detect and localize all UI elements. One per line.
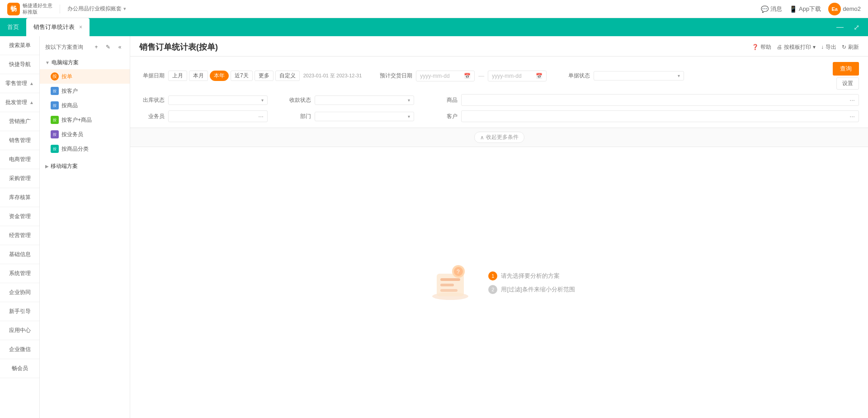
- plan-item-by-cust-prod[interactable]: 按 按客户+商品: [40, 113, 130, 127]
- user-area[interactable]: Ea demo2: [828, 3, 861, 15]
- sidebar-item-app-center[interactable]: 应用中心: [0, 321, 39, 340]
- filter-area: 单据日期 上月 本月 本年 近7天 更多 自定义 2023-01-01 至 20…: [130, 57, 868, 128]
- export-btn[interactable]: ↓ 导出: [821, 43, 836, 51]
- empty-illustration: ?: [423, 256, 477, 310]
- salesperson-ellipsis: ···: [258, 113, 264, 120]
- settings-button[interactable]: 设置: [836, 77, 859, 90]
- top-bar-right: 💬 消息 📱 App下载 Ea demo2: [761, 3, 861, 15]
- pc-group-arrow-icon: ▼: [45, 60, 50, 65]
- sidebar-item-finance[interactable]: 资金管理: [0, 207, 39, 226]
- payment-status-label: 收款状态: [286, 96, 311, 104]
- date-btn-this-year[interactable]: 本年: [210, 71, 229, 81]
- product-ellipsis: ···: [849, 96, 855, 104]
- sidebar-item-search-menu[interactable]: 搜索菜单: [0, 36, 39, 55]
- sidebar-item-marketing[interactable]: 营销推广: [0, 112, 39, 131]
- phone-icon: 📱: [789, 5, 797, 13]
- refresh-icon: ↻: [842, 44, 846, 50]
- plan-item-by-category[interactable]: 按 按商品分类: [40, 142, 130, 156]
- collapse-bar: ∧ 收起更多条件: [130, 128, 868, 147]
- department-arrow: ▾: [408, 114, 410, 119]
- svg-rect-3: [440, 284, 454, 286]
- sidebar-item-inventory[interactable]: 库存核算: [0, 188, 39, 207]
- payment-status-select[interactable]: ▾: [315, 95, 414, 105]
- tab-home[interactable]: 首页: [0, 18, 26, 36]
- add-plan-btn[interactable]: +: [92, 43, 101, 52]
- edit-plan-btn[interactable]: ✎: [104, 43, 113, 52]
- date-dash: —: [478, 72, 484, 79]
- print-btn[interactable]: 🖨 按模板打印 ▾: [777, 43, 816, 51]
- filter-status-section: 单据状态 ▾: [565, 71, 820, 81]
- delivery-status-label: 出库状态: [139, 96, 165, 104]
- filter-salesperson-section: 业务员 ···: [139, 110, 268, 122]
- delivery-status-select[interactable]: ▾: [168, 95, 268, 105]
- sidebar-item-system[interactable]: 系统管理: [0, 264, 39, 283]
- sidebar-item-enterprise[interactable]: 企业协同: [0, 283, 39, 302]
- salesperson-input[interactable]: ···: [168, 110, 268, 122]
- date-range-text: 2023-01-01 至 2023-12-31: [303, 72, 362, 79]
- page-title: 销售订单统计表(按单): [139, 42, 218, 52]
- status-select[interactable]: ▾: [594, 71, 684, 81]
- breadcrumb[interactable]: 办公用品行业模拟账套 ▾: [67, 5, 126, 13]
- page-header-actions: ❓ 帮助 🖨 按模板打印 ▾ ↓ 导出 ↻ 刷新: [752, 43, 859, 51]
- expected-date-label: 预计交货日期: [380, 72, 412, 80]
- product-input[interactable]: ···: [461, 94, 859, 106]
- date-btn-custom[interactable]: 自定义: [275, 71, 300, 81]
- mobile-plan-group-title[interactable]: ▶ 移动端方案: [40, 160, 130, 173]
- date-label: 单据日期: [139, 72, 165, 80]
- plan-icon-by-order: 按: [51, 72, 59, 81]
- sidebar-item-operation[interactable]: 经营管理: [0, 226, 39, 245]
- collapse-icon: ∧: [480, 134, 484, 141]
- plan-icon-by-cust-prod: 按: [51, 116, 59, 124]
- sidebar-item-newbie[interactable]: 新手引导: [0, 302, 39, 321]
- tab-maximize-btn[interactable]: ⤢: [850, 21, 863, 33]
- filter-delivery-section: 出库状态 ▾: [139, 95, 268, 105]
- sidebar: 搜索菜单 快捷导航 零售管理 ▲ 批发管理 ▲ 营销推广 销售管理 电商管理 采…: [0, 36, 40, 418]
- tab-sales-order[interactable]: 销售订单统计表 ×: [26, 18, 90, 36]
- date-btn-7days[interactable]: 近7天: [231, 71, 253, 81]
- collapse-panel-btn[interactable]: «: [115, 43, 124, 52]
- help-btn[interactable]: ❓ 帮助: [752, 43, 771, 51]
- date-btn-this-month[interactable]: 本月: [189, 71, 208, 81]
- status-label: 单据状态: [565, 72, 590, 80]
- svg-rect-2: [440, 278, 460, 281]
- plan-item-by-order[interactable]: 按 按单: [40, 69, 130, 84]
- sidebar-item-ecommerce[interactable]: 电商管理: [0, 150, 39, 169]
- sidebar-item-wholesale[interactable]: 批发管理 ▲: [0, 93, 39, 112]
- query-settings-btns: 查询 设置: [827, 62, 859, 90]
- collapse-more-btn[interactable]: ∧ 收起更多条件: [474, 132, 524, 143]
- sidebar-item-basic[interactable]: 基础信息: [0, 245, 39, 264]
- mobile-group-arrow-icon: ▶: [45, 164, 49, 169]
- sidebar-item-purchase[interactable]: 采购管理: [0, 169, 39, 188]
- filter-row-1: 单据日期 上月 本月 本年 近7天 更多 自定义 2023-01-01 至 20…: [139, 62, 859, 90]
- plan-item-by-customer[interactable]: 按 按客户: [40, 84, 130, 98]
- print-icon: 🖨: [777, 44, 782, 50]
- message-btn[interactable]: 💬 消息: [761, 5, 782, 13]
- expected-date-from[interactable]: yyyy-mm-dd 📅: [416, 71, 475, 81]
- pc-plan-group-title[interactable]: ▼ 电脑端方案: [40, 56, 130, 69]
- query-button[interactable]: 查询: [833, 62, 859, 76]
- top-bar: 畅 畅捷通好生意 标推版 办公用品行业模拟账套 ▾ 💬 消息 📱 App下载 E…: [0, 0, 868, 18]
- sidebar-item-quick-nav[interactable]: 快捷导航: [0, 55, 39, 74]
- plan-item-by-salesperson[interactable]: 按 按业务员: [40, 127, 130, 142]
- app-download-btn[interactable]: 📱 App下载: [789, 5, 821, 13]
- sidebar-item-retail[interactable]: 零售管理 ▲: [0, 74, 39, 93]
- tab-close-btn[interactable]: ×: [79, 24, 82, 30]
- date-btn-more[interactable]: 更多: [255, 71, 274, 81]
- tab-bar: 首页 销售订单统计表 × — ⤢: [0, 18, 868, 36]
- filter-customer-section: 客户 ···: [432, 110, 859, 122]
- sidebar-item-corp-wechat[interactable]: 企业微信: [0, 340, 39, 359]
- expected-date-to[interactable]: yyyy-mm-dd 📅: [488, 71, 547, 81]
- main-layout: 搜索菜单 快捷导航 零售管理 ▲ 批发管理 ▲ 营销推广 销售管理 电商管理 采…: [0, 36, 868, 418]
- refresh-btn[interactable]: ↻ 刷新: [842, 43, 859, 51]
- department-select[interactable]: ▾: [315, 112, 414, 121]
- left-panel: 按以下方案查询 + ✎ « ▼ 电脑端方案 按 按单 按 按客户: [40, 36, 130, 418]
- tab-minimize-btn[interactable]: —: [834, 21, 846, 33]
- content-area: 按以下方案查询 + ✎ « ▼ 电脑端方案 按 按单 按 按客户: [40, 36, 868, 418]
- tab-bar-actions: — ⤢: [834, 21, 868, 33]
- sidebar-item-sales[interactable]: 销售管理: [0, 131, 39, 150]
- plan-item-by-product[interactable]: 按 按商品: [40, 98, 130, 113]
- sidebar-item-member[interactable]: 畅会员: [0, 359, 39, 378]
- customer-ellipsis: ···: [849, 113, 855, 120]
- date-btn-last-month[interactable]: 上月: [168, 71, 187, 81]
- customer-input[interactable]: ···: [461, 110, 859, 122]
